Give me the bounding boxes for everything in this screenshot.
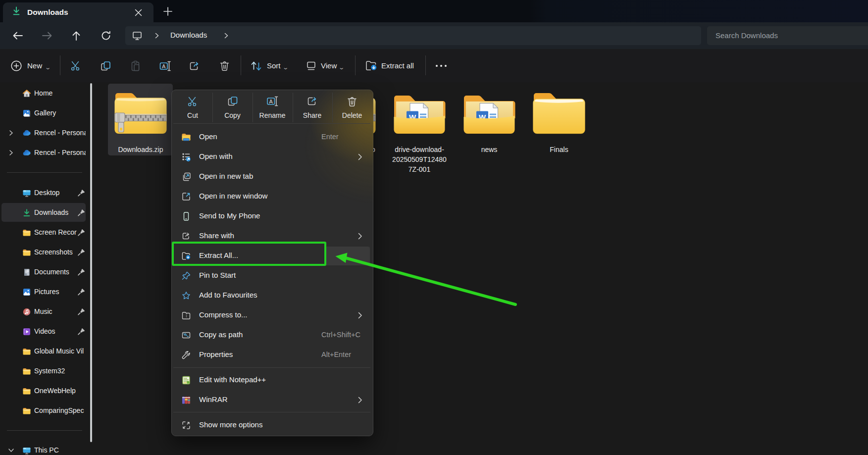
svg-text:A: A bbox=[162, 63, 166, 69]
svg-text:A: A bbox=[269, 99, 273, 104]
